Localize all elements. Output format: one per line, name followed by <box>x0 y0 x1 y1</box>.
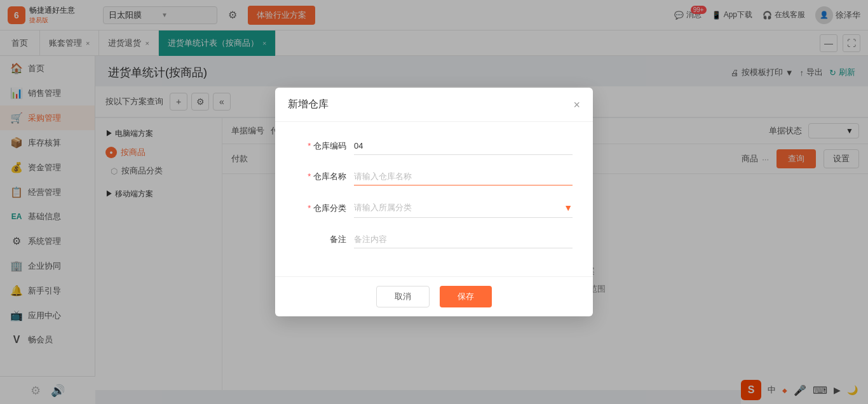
modal-body: 仓库编码 仓库名称 仓库分类 请输入所属分类 ▼ 备注 <box>275 122 593 276</box>
warehouse-name-input[interactable] <box>354 168 573 185</box>
modal-title: 新增仓库 <box>288 98 329 111</box>
form-row-name: 仓库名称 <box>295 168 573 185</box>
warehouse-code-input[interactable] <box>354 137 573 155</box>
form-row-code: 仓库编码 <box>295 137 573 155</box>
modal-overlay: 新增仓库 × 仓库编码 仓库名称 仓库分类 请输入所属分类 ▼ <box>0 0 868 404</box>
form-label-code: 仓库编码 <box>295 140 346 152</box>
form-label-category: 仓库分类 <box>295 203 346 214</box>
warehouse-remark-input[interactable] <box>354 231 573 248</box>
form-label-remark: 备注 <box>295 234 346 245</box>
form-row-category: 仓库分类 请输入所属分类 ▼ <box>295 198 573 218</box>
category-placeholder: 请输入所属分类 <box>354 202 412 213</box>
save-button[interactable]: 保存 <box>440 286 492 307</box>
form-label-name: 仓库名称 <box>295 171 346 182</box>
category-arrow-icon: ▼ <box>564 203 573 213</box>
modal-header: 新增仓库 × <box>275 88 593 122</box>
warehouse-category-select[interactable]: 请输入所属分类 ▼ <box>354 198 573 218</box>
new-warehouse-modal: 新增仓库 × 仓库编码 仓库名称 仓库分类 请输入所属分类 ▼ <box>275 88 593 316</box>
form-row-remark: 备注 <box>295 231 573 248</box>
modal-footer: 取消 保存 <box>275 276 593 316</box>
cancel-button[interactable]: 取消 <box>376 286 430 307</box>
modal-close-button[interactable]: × <box>573 99 580 111</box>
